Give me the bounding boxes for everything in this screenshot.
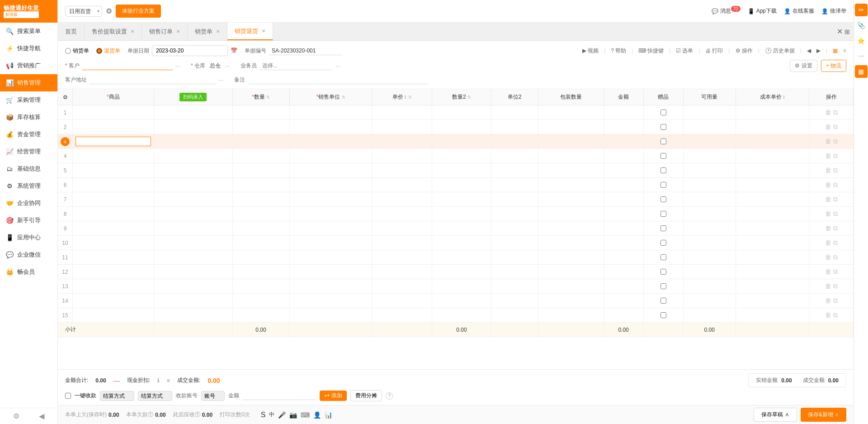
sales-unit-cell-5[interactable] (289, 163, 372, 178)
qty2-cell-14[interactable] (432, 294, 491, 308)
gift-cell-2[interactable] (643, 120, 683, 134)
delete-icon-5[interactable]: 🗑 (825, 167, 831, 174)
copy-icon-9[interactable]: ⧉ (833, 224, 838, 232)
sidebar-item-sales[interactable]: 📊销售管理 (0, 74, 57, 91)
gift-checkbox-5[interactable] (660, 167, 666, 173)
sidebar-item-basic[interactable]: 🗂基础信息 (0, 160, 57, 177)
sales-unit-cell-2[interactable] (289, 120, 372, 134)
amount-cell-6[interactable] (604, 178, 643, 192)
col-gear[interactable]: ⚙ (58, 89, 73, 105)
unit2-cell-15[interactable] (491, 308, 538, 323)
unit2-cell-5[interactable] (491, 163, 538, 178)
sidebar-item-system[interactable]: ⚙系统管理 (0, 177, 57, 195)
gift-cell-14[interactable] (643, 294, 683, 308)
cost-unit-cell-11[interactable] (736, 250, 809, 265)
product-cell-11[interactable] (73, 250, 154, 265)
sales-unit-cell-15[interactable] (289, 308, 372, 323)
settlement-method-select[interactable]: 结算方式 (100, 391, 134, 401)
save-draft-btn[interactable]: 保存草稿 ∧ (754, 408, 797, 422)
amount-cell-5[interactable] (604, 163, 643, 178)
cost-unit-cell-8[interactable] (736, 207, 809, 221)
cost-unit-cell-9[interactable] (736, 221, 809, 236)
unit2-cell-9[interactable] (491, 221, 538, 236)
unit2-cell-13[interactable] (491, 279, 538, 294)
copy-icon-6[interactable]: ⧉ (833, 181, 838, 189)
unit-price-cell-12[interactable] (372, 265, 432, 279)
amount-cell-12[interactable] (604, 265, 643, 279)
copy-icon-12[interactable]: ⧉ (833, 268, 838, 276)
sidebar-item-inventory[interactable]: 📦库存核算 (0, 109, 57, 126)
cash-discount-info[interactable]: ℹ (157, 377, 160, 384)
sidebar-item-member[interactable]: 👑畅会员 (0, 263, 57, 281)
salesperson-input[interactable] (259, 62, 333, 70)
tab-salesReturn[interactable]: 销货退货✕ (227, 23, 273, 40)
doc-date-input[interactable] (152, 45, 228, 56)
col-scan[interactable]: 扫码录入 (154, 89, 233, 105)
available-cell-5[interactable] (683, 163, 736, 178)
copy-icon-5[interactable]: ⧉ (833, 167, 838, 174)
tab-close-salesOrder[interactable]: ✕ (176, 29, 180, 34)
product-cell-2[interactable] (73, 120, 154, 134)
select-action[interactable]: ☑ 选单 (676, 47, 693, 55)
remark-input[interactable] (248, 76, 429, 84)
gift-cell-7[interactable] (643, 192, 683, 207)
account-select[interactable]: 账号 (201, 391, 225, 401)
copy-icon-2[interactable]: ⧉ (833, 123, 838, 131)
gift-cell-9[interactable] (643, 221, 683, 236)
unit-price-cell-9[interactable] (372, 221, 432, 236)
warehouse-dots-btn[interactable]: ··· (225, 63, 230, 69)
unit2-cell-8[interactable] (491, 207, 538, 221)
pack-qty-cell-4[interactable] (538, 149, 604, 163)
pack-qty-cell-8[interactable] (538, 207, 604, 221)
qty2-cell-15[interactable] (432, 308, 491, 323)
available-cell-9[interactable] (683, 221, 736, 236)
sales-unit-cell-8[interactable] (289, 207, 372, 221)
add-row-btn[interactable]: + (61, 137, 70, 146)
amount-cell-4[interactable] (604, 149, 643, 163)
unit-price-cell-14[interactable] (372, 294, 432, 308)
copy-icon-10[interactable]: ⧉ (833, 239, 838, 247)
qty-cell-14[interactable] (232, 294, 289, 308)
delete-icon-4[interactable]: 🗑 (825, 152, 831, 160)
unit2-cell-6[interactable] (491, 178, 538, 192)
gift-cell-8[interactable] (643, 207, 683, 221)
pack-qty-cell-14[interactable] (538, 294, 604, 308)
unit-price-cell-11[interactable] (372, 250, 432, 265)
close-tab-btn[interactable]: ✕ (837, 27, 843, 36)
amount-cell-13[interactable] (604, 279, 643, 294)
available-cell-4[interactable] (683, 149, 736, 163)
add-btn[interactable]: + + 添加 (320, 391, 347, 401)
qty-cell-11[interactable] (232, 250, 289, 265)
video-action[interactable]: ▶ 视频 (582, 47, 599, 55)
pack-qty-cell-1[interactable] (538, 105, 604, 120)
cost-unit-cell-14[interactable] (736, 294, 809, 308)
qty-cell-4[interactable] (232, 149, 289, 163)
available-cell-14[interactable] (683, 294, 736, 308)
price-sort-icon[interactable]: ⇅ (408, 95, 412, 100)
settings-icon[interactable]: ⚙ (13, 412, 19, 420)
input-person-icon[interactable]: 👤 (313, 411, 321, 419)
delete-icon-15[interactable]: 🗑 (825, 311, 831, 319)
scan-input-btn[interactable]: 扫码录入 (179, 93, 207, 101)
gift-checkbox-6[interactable] (660, 182, 666, 188)
product-cell-6[interactable] (73, 178, 154, 192)
sales-unit-cell-12[interactable] (289, 265, 372, 279)
copy-icon-8[interactable]: ⧉ (833, 210, 838, 218)
product-cell-4[interactable] (73, 149, 154, 163)
amount-input[interactable] (243, 391, 316, 400)
list-view-icon[interactable]: ≡ (843, 48, 846, 54)
sales-unit-cell-11[interactable] (289, 250, 372, 265)
sidebar-item-finance[interactable]: 💰资金管理 (0, 126, 57, 143)
notification-item[interactable]: 💬 消息 70 (712, 7, 741, 15)
qty-cell-13[interactable] (232, 279, 289, 294)
tab-close-salesDelivery[interactable]: ✕ (216, 29, 220, 34)
product-cell-8[interactable] (73, 207, 154, 221)
qty2-cell-1[interactable] (432, 105, 491, 120)
gift-checkbox-3[interactable] (660, 138, 666, 144)
grid-view-icon[interactable]: ▦ (833, 48, 838, 54)
sidebar-item-enterprise[interactable]: 🤝企业协同 (0, 195, 57, 212)
pack-qty-cell-3[interactable] (538, 134, 604, 149)
cost-unit-cell-4[interactable] (736, 149, 809, 163)
qty2-cell-8[interactable] (432, 207, 491, 221)
tab-salePrice[interactable]: 售价提取设置✕ (85, 23, 142, 40)
